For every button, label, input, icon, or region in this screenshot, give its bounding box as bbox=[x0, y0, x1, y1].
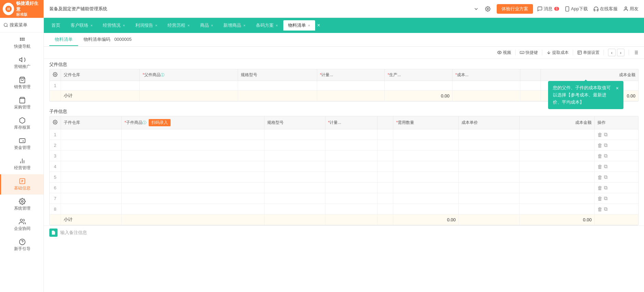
sidebar-item-guide[interactable]: 新手引导 bbox=[0, 235, 44, 255]
nav-tab-customer-close[interactable]: × bbox=[90, 23, 92, 27]
child-row-7-unit-price[interactable] bbox=[459, 193, 520, 204]
child-row-5-product[interactable] bbox=[122, 172, 264, 183]
nav-tab-customer[interactable]: 客户联络 × bbox=[66, 20, 97, 31]
child-row-7-delete-btn[interactable]: 🗑 bbox=[597, 196, 603, 201]
child-row-7-product[interactable] bbox=[122, 193, 264, 204]
online-service-button[interactable]: 在线客服 bbox=[593, 6, 618, 12]
child-row-3-warehouse[interactable] bbox=[61, 151, 122, 161]
nav-tab-barcode[interactable]: 条码方案 × bbox=[251, 20, 283, 31]
child-row-8-warehouse[interactable] bbox=[61, 204, 122, 214]
child-row-7-copy-btn[interactable]: ⧉ bbox=[604, 195, 608, 201]
nav-tab-profit-close[interactable]: × bbox=[155, 23, 157, 27]
view-button[interactable]: 视频 bbox=[497, 50, 511, 56]
list-view-button[interactable] bbox=[633, 50, 639, 55]
child-row-6-spec[interactable] bbox=[264, 183, 325, 193]
child-col-gear[interactable] bbox=[50, 116, 61, 129]
scan-button[interactable]: 扫码录入 bbox=[149, 119, 171, 126]
parent-row-cost[interactable] bbox=[453, 81, 520, 91]
child-row-4-product[interactable] bbox=[122, 161, 264, 172]
sidebar-item-basic[interactable]: 基础信息 bbox=[0, 174, 44, 195]
child-row-4-warehouse[interactable] bbox=[61, 161, 122, 172]
nav-tab-history[interactable]: 经营历程 × bbox=[163, 20, 194, 31]
child-row-6-delete-btn[interactable]: 🗑 bbox=[597, 185, 603, 191]
child-row-1-unit[interactable] bbox=[325, 129, 377, 140]
child-row-1-warehouse[interactable] bbox=[61, 129, 122, 140]
nav-tab-barcode-close[interactable]: × bbox=[276, 23, 278, 27]
sidebar-item-finance[interactable]: 资金管理 bbox=[0, 134, 44, 154]
child-row-4-copy-btn[interactable]: ⧉ bbox=[604, 163, 608, 170]
child-row-4-unit-price[interactable] bbox=[459, 161, 520, 172]
nav-tab-bom[interactable]: 物料清单 × bbox=[283, 20, 315, 31]
child-row-1-qty[interactable] bbox=[393, 129, 459, 140]
child-row-2-copy-btn[interactable]: ⧉ bbox=[604, 142, 608, 148]
child-row-6-copy-btn[interactable]: ⧉ bbox=[604, 185, 608, 191]
nav-tab-goods[interactable]: 商品 × bbox=[195, 20, 218, 31]
child-row-8-qty[interactable] bbox=[393, 204, 459, 214]
sidebar-item-quick-nav[interactable]: 快捷导航 bbox=[0, 33, 44, 53]
parent-row-spec[interactable] bbox=[238, 81, 317, 91]
child-row-8-copy-btn[interactable]: ⧉ bbox=[604, 206, 608, 212]
child-row-4-spec[interactable] bbox=[264, 161, 325, 172]
child-row-1-product[interactable] bbox=[122, 129, 264, 140]
child-row-3-copy-btn[interactable]: ⧉ bbox=[604, 153, 608, 159]
trial-button[interactable]: 体验行业方案 bbox=[497, 4, 533, 14]
child-row-2-warehouse[interactable] bbox=[61, 140, 122, 151]
child-row-3-qty[interactable] bbox=[393, 151, 459, 161]
sidebar-item-sales[interactable]: 销售管理 bbox=[0, 73, 44, 93]
child-row-8-delete-btn[interactable]: 🗑 bbox=[597, 206, 603, 212]
child-row-5-delete-btn[interactable]: 🗑 bbox=[597, 174, 603, 180]
sidebar-item-system[interactable]: 系统管理 bbox=[0, 195, 44, 215]
nav-tab-operation[interactable]: 经营情况 × bbox=[98, 20, 129, 31]
child-row-7-spec[interactable] bbox=[264, 193, 325, 204]
child-row-4-delete-btn[interactable]: 🗑 bbox=[597, 164, 603, 170]
child-row-2-product[interactable] bbox=[122, 140, 264, 151]
nav-tab-goods-close[interactable]: × bbox=[211, 23, 213, 27]
nav-next-button[interactable]: › bbox=[617, 49, 624, 56]
parent-col-gear[interactable] bbox=[50, 69, 61, 81]
sub-tab-bom-code[interactable]: 物料清单编码 0000005 bbox=[78, 34, 137, 46]
child-row-3-delete-btn[interactable]: 🗑 bbox=[597, 153, 603, 159]
child-row-5-unit[interactable] bbox=[325, 172, 377, 183]
child-row-5-unit-price[interactable] bbox=[459, 172, 520, 183]
nav-tab-home[interactable]: 首页 bbox=[47, 20, 65, 31]
child-row-5-spec[interactable] bbox=[264, 172, 325, 183]
child-row-4-qty[interactable] bbox=[393, 161, 459, 172]
sidebar-item-operation[interactable]: 经营管理 bbox=[0, 154, 44, 174]
child-row-2-qty[interactable] bbox=[393, 140, 459, 151]
child-row-8-unit-price[interactable] bbox=[459, 204, 520, 214]
child-row-2-unit[interactable] bbox=[325, 140, 377, 151]
nav-tab-operation-close[interactable]: × bbox=[123, 23, 125, 27]
extract-cost-button[interactable]: 提取成本 bbox=[546, 50, 569, 56]
sidebar-item-marketing[interactable]: 营销推广 bbox=[0, 53, 44, 73]
parent-row-unit[interactable] bbox=[317, 81, 385, 91]
child-row-2-spec[interactable] bbox=[264, 140, 325, 151]
shortcut-button[interactable]: 快捷键 bbox=[520, 50, 538, 56]
child-row-8-spec[interactable] bbox=[264, 204, 325, 214]
child-row-8-product[interactable] bbox=[122, 204, 264, 214]
app-download-button[interactable]: App下载 bbox=[565, 6, 588, 12]
nav-tab-new-goods[interactable]: 新增商品 × bbox=[219, 20, 250, 31]
nav-prev-button[interactable]: ‹ bbox=[608, 49, 616, 56]
child-row-3-unit-price[interactable] bbox=[459, 151, 520, 161]
child-row-1-delete-btn[interactable]: 🗑 bbox=[597, 132, 603, 138]
child-row-7-unit[interactable] bbox=[325, 193, 377, 204]
nav-tab-bom-close[interactable]: × bbox=[308, 23, 310, 27]
sidebar-item-purchase[interactable]: 采购管理 bbox=[0, 93, 44, 114]
child-row-8-unit[interactable] bbox=[325, 204, 377, 214]
child-row-3-product[interactable] bbox=[122, 151, 264, 161]
user-button[interactable]: 用友 bbox=[623, 6, 639, 12]
parent-row-produce[interactable] bbox=[385, 81, 453, 91]
settings-button[interactable] bbox=[483, 4, 493, 14]
parent-row-warehouse[interactable] bbox=[61, 81, 140, 91]
nav-tab-history-close[interactable]: × bbox=[187, 23, 189, 27]
child-row-3-unit[interactable] bbox=[325, 151, 377, 161]
child-row-1-unit-price[interactable] bbox=[459, 129, 520, 140]
child-row-4-unit[interactable] bbox=[325, 161, 377, 172]
child-row-5-copy-btn[interactable]: ⧉ bbox=[604, 174, 608, 180]
dropdown-icon[interactable] bbox=[473, 6, 479, 12]
message-button[interactable]: 消息 6 bbox=[537, 6, 559, 12]
child-row-6-product[interactable] bbox=[122, 183, 264, 193]
child-row-6-warehouse[interactable] bbox=[61, 183, 122, 193]
sub-tab-bom-list[interactable]: 物料清单 bbox=[49, 34, 78, 46]
child-row-1-copy-btn[interactable]: ⧉ bbox=[604, 131, 608, 138]
